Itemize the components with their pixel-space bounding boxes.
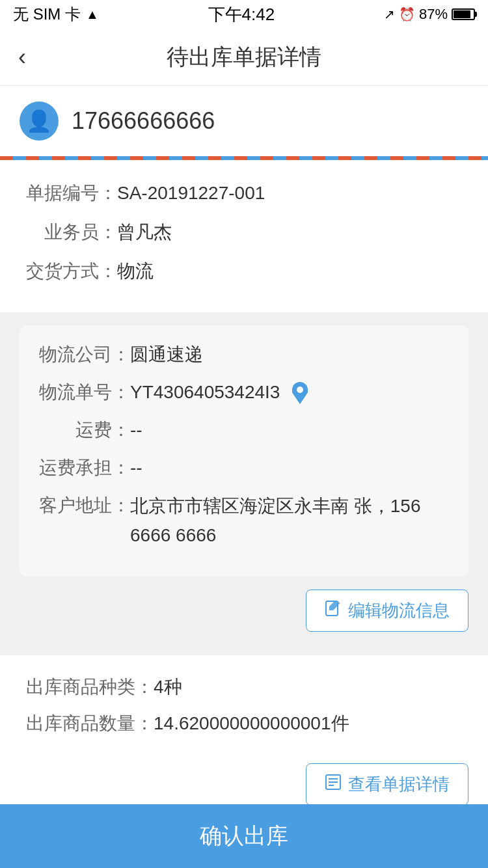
location-active-icon: ↗ [384,7,395,22]
sales-person-row: 业务员： 曾凡杰 [26,219,462,246]
back-button[interactable]: ‹ [18,44,26,71]
logistics-company-label: 物流公司： [39,341,130,368]
status-left: 无 SIM 卡 ▲ [13,4,99,25]
list-icon [325,774,342,795]
logistics-company-value: 圆通速递 [130,341,449,368]
location-pin-icon[interactable] [289,381,311,403]
sales-person-label: 业务员： [26,219,117,246]
sales-person-value: 曾凡杰 [117,219,462,246]
freight-row: 运费： -- [39,416,449,444]
freight-bearer-value: -- [130,454,449,481]
goods-types-row: 出库商品种类： 4种 [26,675,462,699]
order-info-section: 单据编号： SA-20191227-001 业务员： 曾凡杰 交货方式： 物流 [0,160,488,312]
tracking-value-wrap: YT43064053424I3 [130,379,449,406]
page-title: 待出库单据详情 [167,42,321,72]
logistics-section: 物流公司： 圆通速递 物流单号： YT43064053424I3 运费： -- … [20,325,468,576]
battery-icon [452,8,475,20]
svg-point-1 [297,387,303,393]
delivery-method-value: 物流 [117,258,462,285]
wifi-icon: ▲ [86,7,99,22]
edit-logistics-button[interactable]: 编辑物流信息 [306,590,468,632]
avatar: 👤 [20,102,59,141]
freight-value: -- [130,416,449,444]
tracking-number-row: 物流单号： YT43064053424I3 [39,379,449,406]
tracking-number: YT43064053424I3 [130,379,280,406]
carrier-label: 无 SIM 卡 [13,4,81,25]
tracking-label: 物流单号： [39,379,130,406]
order-number-label: 单据编号： [26,180,117,207]
address-row: 客户地址： 北京市市辖区海淀区永丰南 张，156 6666 6666 [39,492,449,550]
freight-bearer-row: 运费承担： -- [39,454,449,481]
goods-quantity-label: 出库商品数量： [26,711,154,736]
address-value: 北京市市辖区海淀区永丰南 张，156 6666 6666 [130,492,449,550]
freight-bearer-label: 运费承担： [39,454,130,481]
freight-label: 运费： [39,416,130,444]
goods-section: 出库商品种类： 4种 出库商品数量： 14.620000000000001件 [0,655,488,763]
view-detail-button[interactable]: 查看单据详情 [306,763,468,806]
order-number-row: 单据编号： SA-20191227-001 [26,180,462,207]
status-bar: 无 SIM 卡 ▲ 下午4:42 ↗ ⏰ 87% [0,0,488,29]
customer-header: 👤 17666666666 [0,86,488,156]
goods-types-value: 4种 [154,675,182,699]
goods-quantity-value: 14.620000000000001件 [154,711,349,736]
confirm-button-wrap: 确认出库 [0,804,488,868]
order-number-value: SA-20191227-001 [117,180,462,207]
delivery-method-row: 交货方式： 物流 [26,258,462,285]
confirm-button[interactable]: 确认出库 [0,804,488,868]
logistics-company-row: 物流公司： 圆通速递 [39,341,449,368]
edit-button-wrap: 编辑物流信息 [0,590,488,645]
goods-quantity-row: 出库商品数量： 14.620000000000001件 [26,711,462,736]
confirm-button-label: 确认出库 [200,821,288,851]
alarm-icon: ⏰ [399,7,415,22]
address-label: 客户地址： [39,492,130,519]
goods-types-label: 出库商品种类： [26,675,154,699]
edit-button-label: 编辑物流信息 [348,599,450,622]
edit-icon [325,600,342,621]
customer-phone: 17666666666 [72,107,215,135]
person-icon: 👤 [26,109,52,133]
battery-percent: 87% [419,6,448,23]
status-time: 下午4:42 [208,3,275,26]
delivery-method-label: 交货方式： [26,258,117,285]
view-detail-label: 查看单据详情 [348,773,450,796]
nav-bar: ‹ 待出库单据详情 [0,29,488,86]
separator-1 [0,645,488,655]
status-right: ↗ ⏰ 87% [384,6,475,23]
